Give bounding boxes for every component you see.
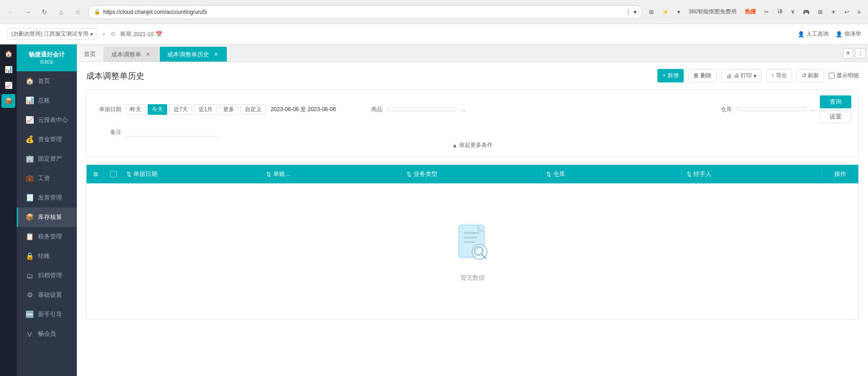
today-btn[interactable]: 今天 [148,104,167,115]
more-btn[interactable]: 更多 [219,104,238,115]
goods-select[interactable] [387,107,456,111]
th-number[interactable]: ⇅ 单账... [261,170,401,178]
action-buttons: 查询 设置 [820,95,851,123]
add-company-icon[interactable]: + [102,31,106,38]
svg-rect-2 [463,237,477,238]
settings-gear-icon[interactable]: ⚙ [110,31,116,38]
forward-button[interactable]: → [21,6,34,19]
tab-bar-right: ✕ ⋮ [843,44,868,62]
1month-btn[interactable]: 近1月 [194,104,217,115]
table-header: ⚙ ⇅ 单据日期 ⇅ 单账... ⇅ [87,165,858,183]
sidebar-item-invoice[interactable]: 🧾 发票管理 [17,188,77,207]
th-operator-label: 经手人 [693,170,712,178]
sidebar-item-closing[interactable]: 🔒 结账 [17,246,77,266]
browser-more-icon[interactable]: ≡ [855,7,863,17]
logo-text: 畅捷通好会计 [29,50,65,59]
sidebar-label-inventory: 库存核算 [38,213,62,221]
reload-button[interactable]: ↻ [38,6,51,19]
th-biz-type[interactable]: ⇅ 业务类型 [401,170,541,178]
search-360-label[interactable]: 360智能抠图免费用 [686,6,739,17]
translate-icon[interactable]: 译 [774,6,786,17]
remark-input[interactable] [126,128,219,137]
sidebar-item-tax[interactable]: 📋 税务管理 [17,227,77,246]
sidebar-item-home[interactable]: 🏠 首页 [17,71,77,91]
table-settings-icon[interactable]: ⚙ [87,171,105,178]
money-icon[interactable]: ¥ [788,7,797,17]
content-area: 首页 成本调整单 ✕ 成本调整单历史 ✕ ✕ ⋮ 成 [77,44,868,376]
th-date[interactable]: ⇅ 单据日期 [121,170,261,178]
tab-settings-btn[interactable]: ⋮ [856,48,866,58]
tab-cost-adjust-history-close[interactable]: ✕ [212,51,219,58]
sidebar-item-settings[interactable]: ⚙ 基础设置 [17,285,77,305]
scissors-icon[interactable]: ✂ [762,7,772,17]
svg-rect-3 [463,241,475,243]
bookmark-button[interactable]: ☆ [71,6,84,19]
icon-bar-home[interactable]: 🏠 [1,47,15,61]
sidebar-label-reports: 云报表中心 [38,116,68,124]
empty-icon [450,220,496,267]
select-all-checkbox[interactable] [110,171,117,177]
th-biz-sort-icon: ⇅ [406,171,412,178]
sidebar-item-salary[interactable]: 💼 工资 [17,169,77,188]
address-bar[interactable]: 🔒 https://cloud.chanjet.com/accounting/u… [88,5,643,19]
period-calendar-icon[interactable]: 📅 [156,31,162,38]
company-dropdown-icon: ▾ [90,31,93,38]
th-warehouse[interactable]: ⇅ 仓库 [541,170,681,178]
icon-bar: 🏠 📊 📈 📦 [0,44,17,376]
tab-cost-adjust[interactable]: 成本调整单 ✕ [104,47,159,62]
service-icon: 👤 [798,31,805,38]
th-operator[interactable]: ⇅ 经手人 [681,170,821,178]
tab-cost-adjust-close[interactable]: ✕ [144,51,151,58]
sidebar-item-inventory[interactable]: 📦 库存核算 [17,207,77,227]
print-dropdown-icon: ▾ [754,73,756,79]
sidebar-label-ledger: 总账 [38,96,50,105]
period-info: 账期 2021-10 📅 [120,30,162,38]
yesterday-btn[interactable]: 昨天 [126,104,145,115]
game-icon[interactable]: 🎮 [800,7,812,17]
sun-icon[interactable]: ☀ [828,7,839,17]
lightning-icon[interactable]: ⚡ [659,7,672,17]
sidebar-item-archive[interactable]: 🗂 归档管理 [17,266,77,285]
sidebar-item-ledger[interactable]: 📊 总账 [17,91,77,110]
query-btn[interactable]: 查询 [820,95,851,108]
back-button[interactable]: ← [5,6,18,19]
7days-btn[interactable]: 近7天 [169,104,192,115]
sidebar-item-member[interactable]: V 畅会员 [17,324,77,344]
table-container: ⚙ ⇅ 单据日期 ⇅ 单账... ⇅ [86,164,859,320]
sidebar-item-fixed[interactable]: 🏢 固定资产 [17,149,77,169]
app-header: (勿删勿禁用) 江西服宝测试专用 ▾ + ⚙ 账期 2021-10 📅 👤 人工… [0,24,868,44]
new-btn[interactable]: + 新增 [657,69,683,82]
icon-bar-active[interactable]: 📦 [1,94,15,108]
warehouse-more[interactable]: ... [811,106,815,113]
grid-icon[interactable]: ⊞ [815,7,825,17]
refresh-btn[interactable]: ↺ 刷新 [797,69,824,82]
undo-icon[interactable]: ↩ [842,7,852,17]
user-profile[interactable]: 👤 徐泽华 [836,30,861,38]
filter-settings-btn[interactable]: 设置 [820,110,851,123]
print-icon: 🖨 [726,73,732,79]
hot-search-label[interactable]: 热搜 [742,6,759,17]
customer-service-btn[interactable]: 👤 人工咨询 [798,30,829,38]
warehouse-select[interactable] [737,107,806,111]
print-btn[interactable]: 🖨 🖨 打印 ▾ [721,69,762,82]
display-detail-checkbox[interactable] [829,73,835,79]
goods-more[interactable]: ... [461,106,466,113]
delete-btn[interactable]: 🗑 删除 [688,69,717,82]
custom-btn[interactable]: 自定义 [241,104,266,115]
icon-bar-reports[interactable]: 📈 [1,78,15,92]
extensions-icon[interactable]: ⊞ [646,7,656,17]
sidebar-item-guide[interactable]: 🆕 新手引导 [17,305,77,324]
sidebar-item-reports[interactable]: 📈 云报表中心 [17,110,77,130]
close-all-tabs-btn[interactable]: ✕ [843,48,853,58]
table-select-all[interactable] [105,171,121,177]
icon-bar-ledger[interactable]: 📊 [1,63,15,76]
home-button[interactable]: ⌂ [55,6,68,19]
browser-menu-dropdown[interactable]: ▾ [674,7,683,17]
member-icon: V [25,330,34,338]
company-selector[interactable]: (勿删勿禁用) 江西服宝测试专用 ▾ [7,28,97,40]
export-btn[interactable]: ↑ 导出 [766,69,792,82]
tab-home[interactable]: 首页 [77,47,103,62]
tab-cost-adjust-history[interactable]: 成本调整单历史 ✕ [160,47,227,62]
sidebar-item-funds[interactable]: 💰 资金管理 [17,130,77,149]
collapse-btn[interactable]: ▲ 收起更多条件 [94,141,851,149]
